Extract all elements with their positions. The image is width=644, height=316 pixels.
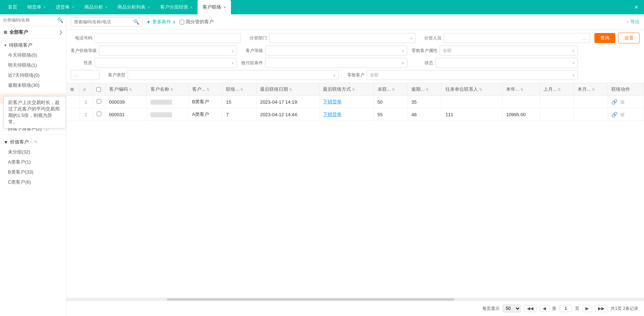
nature-ctrl[interactable]: ∨ bbox=[94, 58, 237, 68]
sidebar-item-tomorrow[interactable]: 明天待联络(1) bbox=[0, 60, 66, 70]
row2-grid-icon[interactable]: ⊞ bbox=[620, 112, 625, 117]
th-type[interactable]: 客户... ⇅ bbox=[188, 83, 222, 96]
td-last-date-1: 2023-04-17 14:19: bbox=[256, 96, 319, 108]
per-page-select[interactable]: 50 100 bbox=[502, 305, 521, 312]
th-name[interactable]: 客户名称 ⇅ bbox=[147, 83, 189, 96]
row2-link-icon[interactable]: 🔗 bbox=[611, 112, 617, 117]
status-ctrl[interactable]: ∨ bbox=[435, 58, 578, 68]
nav-customer-segment-close[interactable]: × bbox=[190, 5, 193, 9]
sidebar-item-class-a[interactable]: A类客户(1) bbox=[0, 157, 66, 167]
th-this-month[interactable]: 本月... ⇅ bbox=[574, 83, 608, 96]
extra-dots-ctrl[interactable]: … bbox=[71, 70, 99, 80]
row2-last-method-link[interactable]: 下销货单 bbox=[323, 112, 342, 117]
query-button[interactable]: 查询 bbox=[594, 33, 615, 43]
row1-checkbox[interactable] bbox=[97, 99, 101, 104]
td-last-date-2: 2023-04-12 14:44: bbox=[256, 108, 319, 121]
settings-gear-icon: ⚙ bbox=[70, 87, 74, 92]
th-last-month[interactable]: 上月... ⇅ bbox=[539, 83, 574, 96]
th-settings[interactable]: ⚙ bbox=[66, 83, 79, 96]
edit-icon2[interactable]: ✎ bbox=[34, 140, 38, 145]
this-month-sort-icon: ⇅ bbox=[592, 88, 595, 91]
sidebar-item-class-c[interactable]: C类客户(6) bbox=[0, 177, 66, 187]
row2-type: A类客户 bbox=[192, 112, 209, 117]
td-code-2[interactable]: 000031 bbox=[105, 108, 147, 121]
export-button[interactable]: ↑ 导出 bbox=[627, 19, 640, 25]
my-customers-checkbox[interactable] bbox=[180, 20, 184, 24]
th-liaison[interactable]: 往来单位联系人 ⇅ bbox=[442, 83, 502, 96]
select-all-checkbox[interactable] bbox=[96, 87, 101, 92]
td-cb-2[interactable] bbox=[92, 108, 105, 121]
nature-field: 性质 ∨ bbox=[71, 58, 237, 68]
sidebar-item-overdue[interactable]: 逾期未联络(30) bbox=[0, 80, 66, 90]
nav-customer-segment[interactable]: 客户分层经营 × bbox=[155, 0, 198, 14]
td-code-1[interactable]: 000039 bbox=[105, 96, 147, 108]
retail-customer-ctrl[interactable]: 全部 ∨ bbox=[367, 70, 578, 80]
th-uncontacted[interactable]: 未联... ⇅ bbox=[374, 83, 408, 96]
row1-last-method-link[interactable]: 下销货单 bbox=[323, 99, 342, 104]
customer-level-ctrl[interactable]: ∨ bbox=[265, 46, 408, 56]
th-checkbox[interactable] bbox=[92, 83, 105, 96]
th-contact[interactable]: 联络... ⇅ bbox=[222, 83, 256, 96]
page-number-input[interactable] bbox=[559, 305, 572, 312]
value-group-title[interactable]: ▼ 价值客户 ○ ✎ bbox=[0, 137, 66, 147]
th-last-method[interactable]: 最后联络方式 ⇅ bbox=[319, 83, 374, 96]
sidebar-item-class-b[interactable]: B类客户(33) bbox=[0, 167, 66, 177]
row2-last-date: 2023-04-12 14:44: bbox=[260, 112, 298, 117]
retail-attr-ctrl[interactable]: 全部 ∨ bbox=[440, 46, 578, 56]
td-type-1: B类客户 bbox=[188, 96, 222, 108]
phone-input-ctrl[interactable] bbox=[94, 33, 241, 43]
window-close-button[interactable]: × bbox=[631, 4, 641, 11]
nav-goods-analysis-list[interactable]: 商品分析列表 × bbox=[112, 0, 155, 14]
row1-grid-icon[interactable]: ⊞ bbox=[620, 99, 625, 105]
nav-customer-contact[interactable]: 客户联络 × bbox=[198, 0, 231, 14]
search-icon[interactable]: 🔍 bbox=[133, 19, 139, 25]
nav-home[interactable]: 首页 bbox=[3, 0, 22, 14]
edit-icon[interactable]: ○ bbox=[30, 140, 33, 145]
payment-terms-ctrl[interactable]: ∨ bbox=[265, 58, 408, 68]
nav-customer-contact-close[interactable]: × bbox=[223, 5, 226, 9]
th-overdue[interactable]: 逾期... ⇅ bbox=[408, 83, 442, 96]
nav-sales[interactable]: 销货单 × bbox=[22, 0, 51, 14]
sidebar-item-7days[interactable]: 近7天待联络(0) bbox=[0, 70, 66, 80]
row1-overdue: 35 bbox=[411, 99, 416, 105]
td-last-method-1[interactable]: 下销货单 bbox=[319, 96, 374, 108]
row2-checkbox[interactable] bbox=[97, 112, 101, 116]
next-page-button[interactable]: ▶ bbox=[582, 305, 592, 312]
sidebar-collapse-btn[interactable]: ❯ bbox=[59, 30, 62, 35]
pending-group-title[interactable]: ▼ 待联络客户 bbox=[0, 40, 66, 50]
nav-purchase-close[interactable]: × bbox=[72, 5, 74, 9]
scrollbar-thumb[interactable] bbox=[167, 298, 454, 301]
sidebar-search-icon[interactable]: 🔍 bbox=[57, 17, 63, 23]
first-page-button[interactable]: ◀◀ bbox=[524, 305, 537, 312]
row1-actions: 🔗 ⊞ bbox=[611, 99, 640, 105]
retail-customer-chevron-icon: ∨ bbox=[572, 73, 575, 77]
customer-type-ctrl[interactable]: ∨ bbox=[128, 70, 339, 80]
th-last-date[interactable]: 最后联络日期 ⇅ bbox=[256, 83, 319, 96]
settings-button[interactable]: 设置 bbox=[618, 33, 640, 43]
th-last-month-label: 上月... bbox=[543, 86, 557, 93]
sidebar-item-unclassified[interactable]: 未分组(32) bbox=[0, 147, 66, 157]
sidebar-item-today[interactable]: 今天待联络(0) bbox=[0, 50, 66, 60]
prev-page-button[interactable]: ◀ bbox=[539, 305, 549, 312]
th-this-year[interactable]: 本年... ⇅ bbox=[502, 83, 540, 96]
more-conditions-btn[interactable]: ▼ 更多条件 ∧ bbox=[146, 19, 176, 25]
manager-select-ctrl[interactable]: … bbox=[444, 33, 590, 43]
nav-goods-analysis-list-close[interactable]: × bbox=[148, 5, 150, 9]
search-input[interactable] bbox=[74, 19, 133, 24]
td-cb-1[interactable] bbox=[92, 96, 105, 108]
nav-goods-analysis-close[interactable]: × bbox=[105, 5, 107, 9]
price-level-ctrl[interactable]: ∨ bbox=[99, 46, 237, 56]
dept-select-ctrl[interactable]: ∨ bbox=[269, 33, 416, 43]
td-last-method-2[interactable]: 下销货单 bbox=[319, 108, 374, 121]
row1-link-icon[interactable]: 🔗 bbox=[611, 99, 617, 105]
sidebar-search-input[interactable] bbox=[3, 18, 57, 23]
nav-goods-analysis[interactable]: 商品分析 × bbox=[79, 0, 112, 14]
sidebar-all-customers[interactable]: ⊞ 全部客户 ❯ bbox=[0, 26, 66, 39]
last-page-button[interactable]: ▶▶ bbox=[595, 305, 608, 312]
th-last-date-label: 最后联络日期 bbox=[260, 86, 288, 93]
th-code[interactable]: 客户编码 ⇅ bbox=[105, 83, 147, 96]
nav-purchase[interactable]: 进货单 × bbox=[51, 0, 79, 14]
th-name-label: 客户名称 bbox=[150, 86, 169, 93]
nav-sales-close[interactable]: × bbox=[43, 5, 46, 9]
horizontal-scrollbar[interactable] bbox=[66, 298, 644, 301]
